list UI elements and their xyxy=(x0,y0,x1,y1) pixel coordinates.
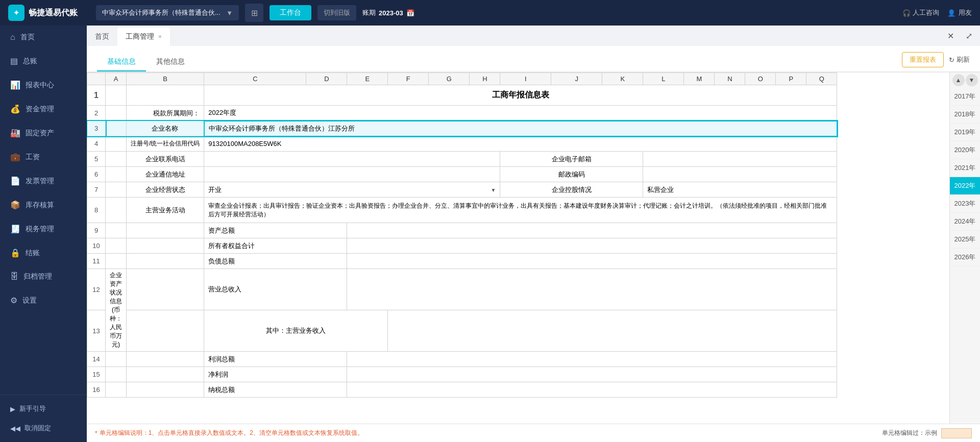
col-g-header[interactable]: G xyxy=(429,73,470,85)
year-2025[interactable]: 2025年 xyxy=(950,231,980,249)
sidebar-guide[interactable]: ▶ 新手引导 xyxy=(0,399,87,419)
refresh-button[interactable]: ↻ 刷新 xyxy=(949,55,970,64)
col-j-header[interactable]: J xyxy=(551,73,602,85)
row11-b xyxy=(127,254,204,269)
row12-value[interactable] xyxy=(347,269,837,310)
year-2020[interactable]: 2020年 xyxy=(950,141,980,159)
row13-value[interactable] xyxy=(388,310,837,352)
row5-phone-value[interactable] xyxy=(204,152,500,167)
col-l-header[interactable]: L xyxy=(643,73,684,85)
row14-value[interactable] xyxy=(347,352,837,367)
table-scroll[interactable]: A B C D E F G H I J xyxy=(87,72,949,424)
col-p-header[interactable]: P xyxy=(776,73,806,85)
table-row: 13 其中：主营业务收入 xyxy=(87,310,837,352)
row5-email-value[interactable] xyxy=(643,152,837,167)
tab-close-icon[interactable]: × xyxy=(158,33,162,40)
workbench-button[interactable]: 工作台 xyxy=(270,5,311,20)
year-2024[interactable]: 2024年 xyxy=(950,213,980,231)
sub-tab-other[interactable]: 其他信息 xyxy=(146,53,195,71)
col-n-header[interactable]: N xyxy=(715,73,745,85)
year-up-arrow[interactable]: ▲ xyxy=(952,74,965,86)
sidebar-label-close: 结账 xyxy=(26,249,40,258)
col-m-header[interactable]: M xyxy=(684,73,715,85)
company-dropdown-icon: ▼ xyxy=(226,9,233,17)
row4-value[interactable]: 91320100MA208E5W6K xyxy=(204,136,837,152)
sidebar-item-payroll[interactable]: 💼 工资 xyxy=(0,145,87,169)
col-h-header[interactable]: H xyxy=(470,73,500,85)
guide-label: 新手引导 xyxy=(19,404,46,413)
year-2022[interactable]: 2022年 xyxy=(950,177,980,195)
sidebar-item-invoice[interactable]: 📄 发票管理 xyxy=(0,169,87,193)
year-2018[interactable]: 2018年 xyxy=(950,106,980,124)
calendar-icon[interactable]: 📅 xyxy=(406,9,414,17)
row8-value[interactable]: 审查企业会计报表；出具审计报告；验证企业资本；出具验资报告；办理企业合并、分立、… xyxy=(204,198,837,223)
period-label: 账期 xyxy=(362,8,376,17)
bottom-bar: * 单元格编辑说明：1、点击单元格直接录入数值或文本。2、清空单元格数值或文本恢… xyxy=(87,424,980,442)
row10-b xyxy=(127,238,204,254)
row9-value[interactable] xyxy=(347,223,837,238)
company-icon-btn[interactable]: ⊞ xyxy=(245,4,263,22)
period-area: 账期 2023-03 📅 xyxy=(362,8,414,17)
sub-tab-basic[interactable]: 基础信息 xyxy=(97,53,146,71)
sidebar-unpin[interactable]: ◀◀ 取消固定 xyxy=(0,419,87,438)
window-close-button[interactable]: ✕ xyxy=(943,29,958,43)
sidebar-item-ledger[interactable]: ▤ 总账 xyxy=(0,49,87,73)
col-k-header[interactable]: K xyxy=(602,73,643,85)
table-row: 15 净利润 xyxy=(87,367,837,382)
row12-label: 营业总收入 xyxy=(204,269,347,310)
home-icon: ⌂ xyxy=(10,33,15,42)
tax-icon: 🧾 xyxy=(10,224,20,234)
tab-business-mgmt[interactable]: 工商管理 × xyxy=(117,28,170,46)
sidebar-item-report[interactable]: 📊 报表中心 xyxy=(0,73,87,97)
col-b-header[interactable]: B xyxy=(127,73,204,85)
year-down-arrow[interactable]: ▼ xyxy=(966,74,978,86)
sidebar-item-close[interactable]: 🔒 结账 xyxy=(0,241,87,265)
col-e-header[interactable]: E xyxy=(347,73,388,85)
year-2023[interactable]: 2023年 xyxy=(950,195,980,213)
old-version-button[interactable]: 切到旧版 xyxy=(317,5,356,20)
user-area[interactable]: 👤 用友 xyxy=(947,8,972,17)
row10-value[interactable] xyxy=(347,238,837,254)
window-resize-button[interactable]: ⤢ xyxy=(962,29,976,43)
year-2019[interactable]: 2019年 xyxy=(950,124,980,141)
sidebar-item-tax[interactable]: 🧾 税务管理 xyxy=(0,217,87,241)
row16-value[interactable] xyxy=(347,382,837,398)
row6-postal-value[interactable] xyxy=(643,167,837,182)
col-a-header[interactable]: A xyxy=(106,73,127,85)
sidebar-item-asset[interactable]: 🏭 固定资产 xyxy=(0,121,87,145)
row7-a xyxy=(106,182,127,198)
col-i-header[interactable]: I xyxy=(500,73,551,85)
hint-text: 单元格编辑说明：1、点击单元格直接录入数值或文本。2、清空单元格数值或文本恢复系… xyxy=(100,429,363,437)
col-q-header[interactable]: Q xyxy=(806,73,837,85)
sidebar-item-archive[interactable]: 🗄 归档管理 xyxy=(0,265,87,288)
reset-report-button[interactable]: 重置报表 xyxy=(902,52,944,67)
row-num-3: 3 xyxy=(87,121,106,136)
sidebar-item-home[interactable]: ⌂ 首页 xyxy=(0,26,87,49)
row3-value[interactable]: 中审众环会计师事务所（特殊普通合伙）江苏分所 xyxy=(204,121,837,136)
row6-addr-value[interactable] xyxy=(204,167,500,182)
year-2026[interactable]: 2026年 xyxy=(950,249,980,266)
service-button[interactable]: 🎧 人工咨询 xyxy=(902,8,939,17)
user-icon: 👤 xyxy=(947,9,955,17)
col-o-header[interactable]: O xyxy=(745,73,776,85)
header: ✦ 畅捷通易代账 中审众环会计师事务所（特殊普通合伙... ▼ ⊞ 工作台 切到… xyxy=(0,0,980,26)
company-selector[interactable]: 中审众环会计师事务所（特殊普通合伙... ▼ xyxy=(96,5,239,20)
row15-value[interactable] xyxy=(347,367,837,382)
row5-a xyxy=(106,152,127,167)
tab-home[interactable]: 首页 xyxy=(87,28,117,46)
row14-b xyxy=(127,352,204,367)
row2-value[interactable]: 2022年度 xyxy=(204,106,837,121)
year-2021[interactable]: 2021年 xyxy=(950,159,980,177)
row11-value[interactable] xyxy=(347,254,837,269)
col-d-header[interactable]: D xyxy=(306,73,347,85)
sidebar-item-fund[interactable]: 💰 资金管理 xyxy=(0,97,87,121)
year-2017[interactable]: 2017年 xyxy=(950,88,980,106)
row-num-1: 1 xyxy=(87,85,106,106)
row7-status-value[interactable]: 开业 ▼ xyxy=(204,182,500,198)
sidebar-item-settings[interactable]: ⚙ 设置 xyxy=(0,288,87,312)
col-f-header[interactable]: F xyxy=(388,73,429,85)
sidebar-item-inventory[interactable]: 📦 库存核算 xyxy=(0,193,87,217)
col-c-header[interactable]: C xyxy=(204,73,306,85)
sidebar-label-ledger: 总账 xyxy=(23,57,37,66)
row1-title: 工商年报信息表 xyxy=(204,85,837,106)
